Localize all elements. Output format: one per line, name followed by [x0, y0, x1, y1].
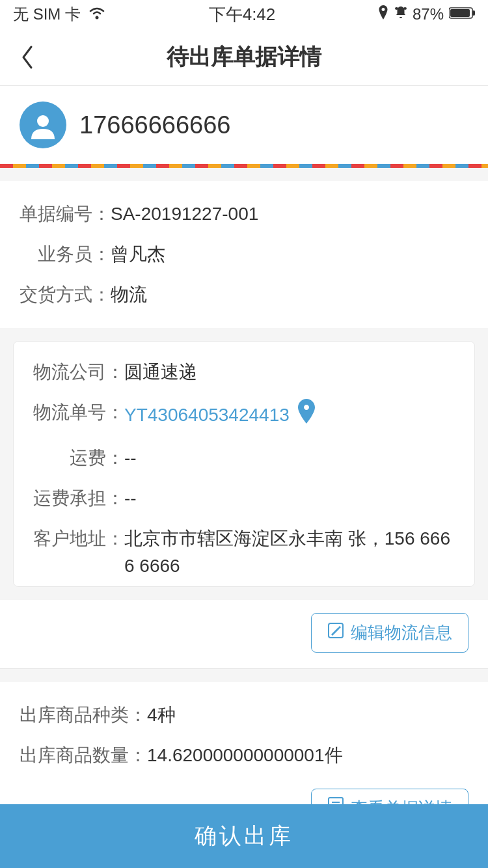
tracking-no-row: 物流单号： YT43064053424413: [33, 399, 455, 431]
delivery-value: 物流: [111, 281, 468, 308]
freight-bear-value: --: [124, 485, 455, 512]
edit-icon: [327, 622, 344, 644]
customer-header: 17666666666: [0, 86, 488, 164]
confirm-button-label: 确认出库: [195, 821, 293, 851]
confirm-bar[interactable]: 确认出库: [0, 804, 488, 868]
svg-point-0: [96, 16, 99, 20]
goods-type-label: 出库商品种类：: [20, 701, 147, 729]
tracking-no-label: 物流单号：: [33, 399, 124, 426]
address-value: 北京市市辖区海淀区永丰南 张，156 6666 6666: [124, 525, 455, 580]
order-no-row: 单据编号： SA-20191227-001: [20, 200, 468, 228]
goods-type-row: 出库商品种类： 4种: [20, 701, 468, 729]
order-info-section: 单据编号： SA-20191227-001 业务员： 曾凡杰 交货方式： 物流: [0, 181, 488, 328]
order-no-value: SA-20191227-001: [111, 200, 468, 228]
svg-rect-5: [450, 9, 470, 17]
battery-text: 87%: [413, 5, 444, 23]
logistics-company-value: 圆通速递: [124, 359, 455, 386]
delivery-label: 交货方式：: [20, 281, 111, 308]
freight-bear-label: 运费承担：: [33, 485, 124, 512]
goods-type-value: 4种: [147, 701, 468, 729]
logistics-company-label: 物流公司：: [33, 359, 124, 386]
edit-logistics-label: 编辑物流信息: [351, 621, 452, 644]
salesman-value: 曾凡杰: [111, 241, 468, 268]
svg-rect-4: [472, 10, 475, 16]
svg-point-2: [403, 7, 407, 10]
location-status-icon: [377, 5, 389, 23]
location-pin-icon[interactable]: [296, 399, 317, 431]
freight-label: 运费：: [33, 444, 124, 472]
goods-section: 出库商品种类： 4种 出库商品数量： 14.620000000000001件: [0, 682, 488, 776]
edit-logistics-button[interactable]: 编辑物流信息: [311, 613, 468, 653]
section-gap-1: [0, 168, 488, 181]
svg-point-6: [37, 115, 49, 127]
status-left: 无 SIM 卡: [13, 4, 107, 25]
dashed-divider: [0, 164, 488, 168]
alarm-icon: [394, 5, 407, 23]
status-right: 87%: [377, 5, 475, 23]
nav-bar: 待出库单据详情: [0, 29, 488, 86]
battery-icon: [449, 5, 475, 23]
salesman-row: 业务员： 曾凡杰: [20, 241, 468, 268]
logistics-company-row: 物流公司： 圆通速递: [33, 359, 455, 386]
order-no-label: 单据编号：: [20, 200, 111, 228]
carrier-text: 无 SIM 卡: [13, 4, 81, 25]
delivery-row: 交货方式： 物流: [20, 281, 468, 308]
svg-point-1: [395, 7, 398, 10]
edit-btn-row: 编辑物流信息: [0, 600, 488, 668]
goods-quantity-label: 出库商品数量：: [20, 742, 147, 769]
salesman-label: 业务员：: [20, 241, 111, 268]
freight-value: --: [124, 444, 455, 472]
section-gap-2: [0, 669, 488, 682]
freight-row: 运费： --: [33, 444, 455, 472]
freight-bear-row: 运费承担： --: [33, 485, 455, 512]
avatar: [20, 102, 66, 148]
address-row: 客户地址： 北京市市辖区海淀区永丰南 张，156 6666 6666: [33, 525, 455, 580]
page-title: 待出库单据详情: [167, 42, 321, 72]
status-time: 下午4:42: [209, 3, 276, 26]
address-label: 客户地址：: [33, 525, 124, 552]
wifi-icon: [87, 5, 107, 23]
tracking-no-value[interactable]: YT43064053424413: [124, 399, 455, 431]
back-button[interactable]: [20, 44, 35, 70]
goods-quantity-value: 14.620000000000001件: [147, 742, 468, 769]
logistics-card: 物流公司： 圆通速递 物流单号： YT43064053424413 运费： --…: [13, 341, 475, 587]
customer-phone: 17666666666: [79, 111, 230, 139]
status-bar: 无 SIM 卡 下午4:42: [0, 0, 488, 29]
goods-quantity-row: 出库商品数量： 14.620000000000001件: [20, 742, 468, 769]
